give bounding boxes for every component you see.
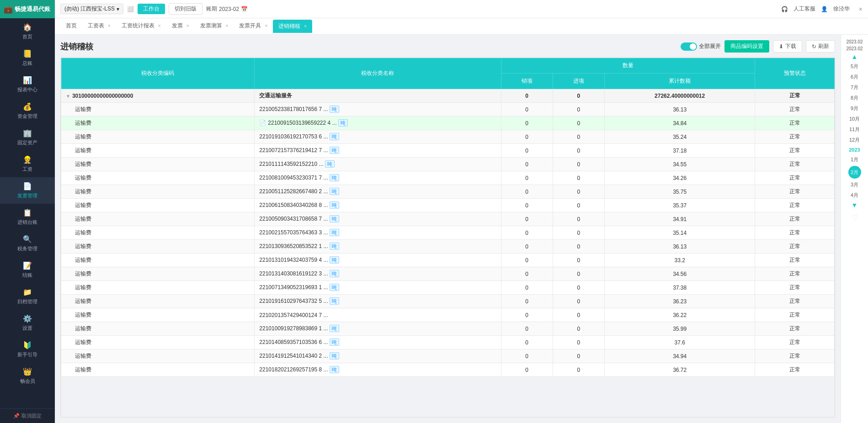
unit-tag: 吨 — [330, 297, 339, 305]
rp-up-arrow[interactable]: ▲ — [851, 52, 859, 61]
rp-down-arrow[interactable]: ▼ — [851, 201, 859, 210]
sidebar-item-总账[interactable]: 📒总账 — [0, 45, 55, 71]
tab-close-4[interactable]: × — [226, 23, 229, 28]
sidebar-icon-5: 👷 — [23, 155, 32, 164]
rp-month-12月[interactable]: 12月 — [844, 135, 866, 145]
cell-purchase: 0 — [553, 116, 604, 130]
rp-month-2月[interactable]: 2月 — [848, 166, 861, 179]
support-icon: 🎧 — [781, 6, 788, 12]
user-name[interactable]: 徐泾华 — [833, 5, 850, 13]
sidebar-icon-13: 👑 — [23, 367, 32, 376]
refresh-button[interactable]: ↻ 刷新 — [806, 40, 835, 53]
sidebar-icon-8: 🔍 — [23, 235, 32, 243]
sidebar-item-首页[interactable]: 🏠首页 — [0, 18, 55, 45]
work-desk-button[interactable]: 工作台 — [138, 4, 165, 14]
rp-month-9月[interactable]: 9月 — [844, 103, 866, 114]
refresh-icon: ↻ — [812, 43, 816, 50]
tab-工资统计报表[interactable]: 工资统计报表× — [116, 18, 166, 34]
sidebar-item-畅会员[interactable]: 👑畅会员 — [0, 363, 55, 389]
cell-purchase: 0 — [553, 267, 604, 281]
cell-purchase: 0 — [553, 322, 604, 336]
sidebar-item-税务管理[interactable]: 🔍税务管理 — [0, 230, 55, 257]
tab-发票测算[interactable]: 发票测算× — [195, 18, 234, 34]
cell-status: 正常 — [755, 295, 835, 308]
topbar-close-icon[interactable]: × — [859, 5, 863, 13]
cell-invoice: 2210182021269257195 8 ... 吨 — [255, 363, 501, 377]
rp-month-7月[interactable]: 7月 — [844, 82, 866, 93]
cell-invoice: 2210050903431708658 7 ... 吨 — [255, 212, 501, 226]
tab-close-6[interactable]: × — [304, 24, 307, 29]
sidebar-item-固定资产[interactable]: 🏢固定资产 — [0, 124, 55, 151]
cell-name: 运输费 — [61, 103, 255, 116]
sidebar-unpin-button[interactable]: 📌 取消固定 — [0, 408, 55, 423]
cell-invoice: 2210051125282667480 2 ... 吨 — [255, 185, 501, 199]
calendar-icon[interactable]: 📅 — [241, 6, 248, 12]
unit-tag: 吨 — [338, 119, 348, 127]
sidebar-item-报表中心[interactable]: 📊报表中心 — [0, 71, 55, 98]
table-row: 运输费 2210191036192170753 6 ... 吨 0 0 35.2… — [61, 130, 835, 144]
cell-name: 运输费 — [61, 158, 255, 171]
cell-name: 运输费 — [61, 240, 255, 254]
cell-sales: 0 — [501, 240, 553, 254]
cell-cumulative: 36.23 — [604, 295, 755, 308]
rp-month-6月[interactable]: 6月 — [844, 72, 866, 82]
tab-发票[interactable]: 发票× — [166, 18, 195, 34]
tab-工资表[interactable]: 工资表× — [82, 18, 116, 34]
tab-close-2[interactable]: × — [158, 23, 161, 28]
th-sales: 销项 — [501, 74, 553, 89]
page-header: 进销稽核 全部展开 商品编码设置 ⬇ 下载 ↻ 刷新 — [60, 40, 835, 53]
sidebar-item-结账[interactable]: 📝结账 — [0, 257, 55, 283]
unit-tag: 吨 — [330, 256, 339, 264]
content-main: 进销稽核 全部展开 商品编码设置 ⬇ 下载 ↻ 刷新 — [55, 35, 841, 423]
rp-month-11月[interactable]: 11月 — [844, 124, 866, 135]
sidebar-icon-11: ⚙️ — [23, 314, 32, 323]
copy-icon[interactable]: ⬜ — [127, 6, 134, 12]
switch-old-button[interactable]: 切到旧版 — [169, 3, 202, 15]
sidebar-item-设置[interactable]: ⚙️设置 — [0, 310, 55, 336]
download-button[interactable]: ⬇ 下载 — [773, 40, 802, 53]
cell-sales: 0 — [501, 130, 553, 144]
rp-month-1月[interactable]: 1月 — [844, 154, 866, 165]
rp-month-3月[interactable]: 3月 — [844, 180, 866, 190]
th-name: 税收分类名称 — [255, 58, 501, 89]
tab-首页[interactable]: 首页 — [60, 18, 82, 34]
topbar: (勿动) 江西报宝-LSS ▾ ⬜ 工作台 切到旧版 账期 2023-02 📅 … — [55, 0, 868, 18]
tab-发票开具[interactable]: 发票开具× — [234, 18, 273, 34]
company-selector[interactable]: (勿动) 江西报宝-LSS ▾ — [60, 4, 123, 14]
sidebar-icon-1: 📒 — [23, 49, 32, 58]
sidebar-item-进销台账[interactable]: 📋进销台账 — [0, 204, 55, 230]
cell-name: 运输费 — [61, 185, 255, 199]
tab-label-5: 发票开具 — [239, 22, 261, 30]
cell-name: 运输费 — [61, 349, 255, 363]
cell-sales: 0 — [501, 363, 553, 377]
support-label[interactable]: 人工客服 — [793, 5, 815, 13]
logo-icon: 💼 — [4, 5, 13, 14]
rp-month-4月[interactable]: 4月 — [844, 190, 866, 201]
unit-tag: 吨 — [330, 147, 339, 154]
sidebar-item-工资[interactable]: 👷工资 — [0, 151, 55, 177]
tab-进销稽核[interactable]: 进销稽核× — [273, 20, 312, 33]
cell-code: ▼30100000000000000000 — [61, 89, 255, 103]
th-status: 预警状态 — [755, 58, 835, 89]
tab-close-3[interactable]: × — [186, 23, 189, 28]
rp-month-10月[interactable]: 10月 — [844, 114, 866, 124]
unit-tag: 吨 — [330, 243, 339, 250]
sidebar-item-新手引导[interactable]: 🔰新手引导 — [0, 336, 55, 363]
sidebar-item-发票管理[interactable]: 📄发票管理 — [0, 177, 55, 204]
cell-name: 交通运输服务 — [255, 89, 501, 103]
rp-month-2023[interactable]: 2023 — [844, 145, 866, 154]
cell-cumulative: 35.24 — [604, 130, 755, 144]
tab-close-5[interactable]: × — [265, 23, 267, 28]
sidebar-icon-9: 📝 — [23, 261, 32, 270]
expand-toggle[interactable] — [681, 42, 697, 51]
collapse-icon[interactable]: ▼ — [66, 94, 70, 99]
tab-close-1[interactable]: × — [108, 23, 111, 28]
settings-button[interactable]: 商品编码设置 — [724, 40, 769, 53]
unit-tag: 吨 — [325, 160, 335, 168]
rp-month-5月[interactable]: 5月 — [844, 61, 866, 72]
cell-status: 正常 — [755, 130, 835, 144]
sidebar-item-资金管理[interactable]: 💰资金管理 — [0, 98, 55, 124]
cell-invoice: 2210100919278983869 1 ... 吨 — [255, 322, 501, 336]
rp-month-8月[interactable]: 8月 — [844, 93, 866, 103]
sidebar-item-归档管理[interactable]: 📁归档管理 — [0, 283, 55, 310]
